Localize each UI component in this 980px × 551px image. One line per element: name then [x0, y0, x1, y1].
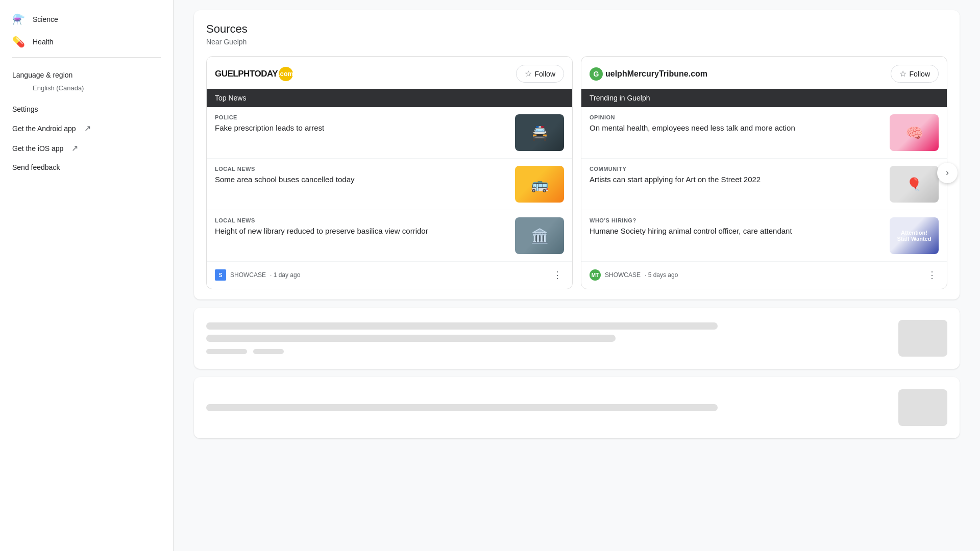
news-headline-4: On mental health, employees need less ta…: [590, 122, 884, 133]
loading-line-1: [206, 322, 718, 330]
sidebar-item-health[interactable]: 💊 Health: [0, 31, 165, 53]
news-thumb-3: 🏛️: [515, 217, 564, 254]
star-icon-2: ☆: [899, 69, 906, 79]
source-meta-2: MT SHOWCASE · 5 days ago: [590, 269, 678, 281]
sidebar-item-science-label: Science: [33, 15, 58, 23]
news-content-2: LOCAL NEWS Some area school buses cancel…: [215, 166, 509, 185]
main-content: Sources Near Guelph GUELPHTODAY .com ☆ F…: [174, 0, 980, 551]
loading-thumb-2: [898, 389, 947, 426]
external-link-icon: ↗: [84, 123, 91, 133]
news-category-6: WHO'S HIRING?: [590, 217, 884, 223]
follow-button-2[interactable]: ☆ Follow: [891, 65, 939, 83]
news-headline-3: Height of new library reduced to preserv…: [215, 226, 509, 236]
source-avatar-1: S: [215, 269, 226, 281]
news-headline-1: Fake prescription leads to arrest: [215, 122, 509, 133]
sources-subtitle: Near Guelph: [206, 38, 947, 46]
settings-label: Settings: [12, 105, 38, 113]
source-time-1: · 1 day ago: [270, 271, 300, 279]
language-region-section: Language & region English (Canada): [0, 62, 173, 100]
news-category-2: LOCAL NEWS: [215, 166, 509, 172]
health-icon: 💊: [12, 36, 24, 48]
source-time-2: · 5 days ago: [645, 271, 678, 279]
follow-label-1: Follow: [535, 70, 555, 78]
loading-card-1: [194, 308, 960, 369]
language-region-label: Language & region: [12, 71, 72, 79]
loading-lines-1: [206, 322, 888, 354]
news-content-6: WHO'S HIRING? Humane Society hiring anim…: [590, 217, 884, 236]
sidebar-item-science[interactable]: ⚗️ Science: [0, 8, 165, 31]
sidebar: ⚗️ Science 💊 Health Language & region En…: [0, 0, 174, 551]
loading-line-2: [206, 335, 616, 342]
source-avatar-2: MT: [590, 269, 601, 281]
news-item-6[interactable]: WHO'S HIRING? Humane Society hiring anim…: [581, 210, 947, 262]
news-thumb-1: 🚔: [515, 114, 564, 151]
feedback-item[interactable]: Send feedback: [0, 158, 165, 177]
sidebar-item-health-label: Health: [33, 38, 53, 46]
sources-row: GUELPHTODAY .com ☆ Follow Top News POLIC…: [206, 56, 947, 289]
loading-meta-time: [253, 349, 284, 354]
mercury-logo: G uelphMercuryTribune.com: [590, 67, 707, 81]
news-content-5: COMMUNITY Artists can start applying for…: [590, 166, 884, 185]
source-meta-1: S SHOWCASE · 1 day ago: [215, 269, 300, 281]
news-headline-5: Artists can start applying for Art on th…: [590, 174, 884, 185]
loading-meta-1: [206, 349, 888, 354]
news-item-5[interactable]: COMMUNITY Artists can start applying for…: [581, 159, 947, 210]
source-name-1: SHOWCASE: [230, 271, 266, 279]
ios-app-item[interactable]: Get the iOS app ↗: [0, 138, 165, 158]
loading-line-3: [206, 404, 718, 411]
news-headline-6: Humane Society hiring animal control off…: [590, 226, 884, 236]
loading-thumb-1: [898, 320, 947, 357]
news-thumb-6: Attention!Staff Wanted: [890, 217, 939, 254]
loading-card-2: [194, 377, 960, 438]
sources-card: Sources Near Guelph GUELPHTODAY .com ☆ F…: [194, 10, 960, 299]
follow-label-2: Follow: [910, 70, 930, 78]
science-icon: ⚗️: [12, 13, 24, 26]
news-category-4: OPINION: [590, 114, 884, 120]
follow-button-1[interactable]: ☆ Follow: [516, 65, 564, 83]
news-item-3[interactable]: LOCAL NEWS Height of new library reduced…: [207, 210, 572, 262]
ios-app-label: Get the iOS app: [12, 144, 63, 153]
source-col-guelph-today: GUELPHTODAY .com ☆ Follow Top News POLIC…: [206, 56, 573, 289]
news-item-4[interactable]: OPINION On mental health, employees need…: [581, 107, 947, 159]
sidebar-divider-1: [12, 57, 161, 58]
next-source-button[interactable]: ›: [937, 163, 958, 183]
source-header-2: G uelphMercuryTribune.com ☆ Follow: [581, 57, 947, 89]
news-item-1[interactable]: POLICE Fake prescription leads to arrest…: [207, 107, 572, 159]
guelph-today-logo: GUELPHTODAY .com: [215, 67, 293, 81]
source-footer-1: S SHOWCASE · 1 day ago ⋮: [207, 262, 572, 289]
news-headline-2: Some area school buses cancelled today: [215, 174, 509, 185]
source-header-1: GUELPHTODAY .com ☆ Follow: [207, 57, 572, 89]
news-thumb-5: 🎈: [890, 166, 939, 203]
external-link-icon-ios: ↗: [71, 143, 78, 153]
settings-item[interactable]: Settings: [0, 100, 165, 118]
android-app-item[interactable]: Get the Android app ↗: [0, 118, 165, 138]
news-thumb-4: 🧠: [890, 114, 939, 151]
loading-meta-source: [206, 349, 247, 354]
news-item-2[interactable]: LOCAL NEWS Some area school buses cancel…: [207, 159, 572, 210]
more-button-1[interactable]: ⋮: [551, 267, 564, 283]
source-col-mercury: G uelphMercuryTribune.com ☆ Follow Trend…: [581, 56, 947, 289]
source-name-2: SHOWCASE: [605, 271, 641, 279]
logo-mercury-text: uelphMercuryTribune.com: [605, 69, 707, 79]
news-content-4: OPINION On mental health, employees need…: [590, 114, 884, 133]
feedback-label: Send feedback: [12, 163, 60, 171]
language-region-item[interactable]: Language & region: [0, 66, 165, 84]
star-icon: ☆: [525, 69, 532, 79]
news-category-3: LOCAL NEWS: [215, 217, 509, 223]
loading-lines-2: [206, 404, 888, 411]
android-app-label: Get the Android app: [12, 124, 76, 133]
sources-title: Sources: [206, 22, 947, 36]
source-footer-2: MT SHOWCASE · 5 days ago ⋮: [581, 262, 947, 289]
news-category-5: COMMUNITY: [590, 166, 884, 172]
section-header-2: Trending in Guelph: [581, 89, 947, 107]
more-button-2[interactable]: ⋮: [925, 267, 939, 283]
news-category-1: POLICE: [215, 114, 509, 120]
language-value: English (Canada): [0, 84, 173, 96]
news-thumb-2: 🚌: [515, 166, 564, 203]
section-header-1: Top News: [207, 89, 572, 107]
logo-text: GUELPHTODAY: [215, 69, 278, 79]
news-content-1: POLICE Fake prescription leads to arrest: [215, 114, 509, 133]
logo-dot: .com: [279, 67, 293, 81]
logo-g-icon: G: [590, 67, 603, 81]
news-content-3: LOCAL NEWS Height of new library reduced…: [215, 217, 509, 236]
